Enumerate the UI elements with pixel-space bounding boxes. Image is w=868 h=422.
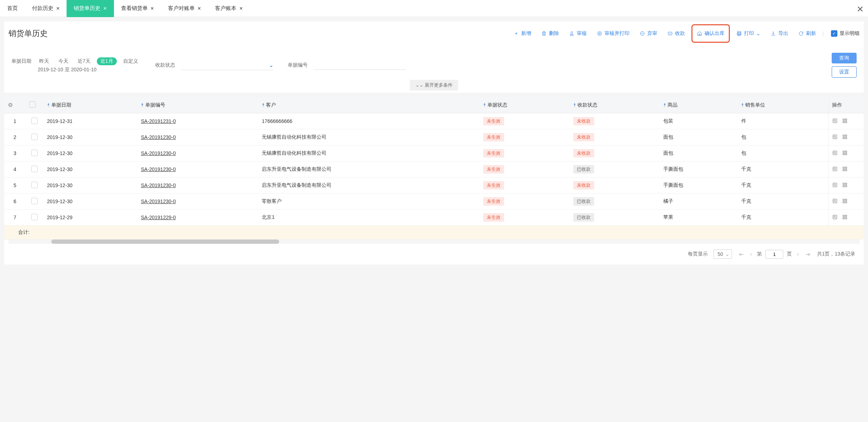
svg-rect-22 <box>843 151 844 152</box>
tab-首页[interactable]: 首页 <box>0 0 25 17</box>
close-icon[interactable]: × <box>103 5 106 12</box>
svg-rect-36 <box>843 185 844 187</box>
doc-no-input[interactable] <box>313 62 406 68</box>
more-icon[interactable] <box>842 118 848 125</box>
refresh-button[interactable]: 刷新 <box>795 28 820 39</box>
export-button[interactable]: 导出 <box>767 28 792 39</box>
row-index: 1 <box>4 113 26 129</box>
close-icon[interactable]: × <box>198 5 201 12</box>
tab-付款历史[interactable]: 付款历史× <box>25 0 67 17</box>
cell-product: 包装 <box>660 113 738 129</box>
svg-rect-24 <box>843 153 844 155</box>
doc-no-input-wrap[interactable] <box>313 61 406 70</box>
first-page-button[interactable]: ⇤ <box>738 251 745 258</box>
doc-no-link[interactable]: SA-20191230-0 <box>141 166 176 172</box>
view-icon[interactable] <box>832 118 838 125</box>
th-docno[interactable]: ▲▼单据编号 <box>141 102 255 108</box>
next-page-button[interactable]: › <box>795 251 800 257</box>
date-preset-今天[interactable]: 今天 <box>56 57 71 65</box>
view-icon[interactable] <box>832 198 838 205</box>
th-customer[interactable]: ▲▼客户 <box>262 102 476 108</box>
pay-status-select[interactable]: ⌄ <box>181 60 273 70</box>
close-all-icon[interactable]: ✕ <box>857 4 864 14</box>
row-checkbox[interactable] <box>31 166 38 172</box>
svg-rect-32 <box>833 183 837 187</box>
doc-no-link[interactable]: SA-20191230-0 <box>141 182 176 188</box>
print-button[interactable]: 打印⌄ <box>733 28 764 39</box>
row-checkbox[interactable] <box>31 150 38 156</box>
add-button[interactable]: ＋新增 <box>510 28 535 39</box>
more-icon[interactable] <box>842 182 848 189</box>
doc-no-link[interactable]: SA-20191230-0 <box>141 150 176 156</box>
tab-销货单历史[interactable]: 销货单历史× <box>67 0 114 17</box>
date-preset-自定义[interactable]: 自定义 <box>120 57 141 65</box>
row-checkbox[interactable] <box>31 214 38 220</box>
doc-no-link[interactable]: SA-20191230-0 <box>141 134 176 140</box>
cell-customer: 北京1 <box>258 210 480 226</box>
settings-button[interactable]: 设置 <box>832 66 857 78</box>
cell-customer: 无锡康哲自动化科技有限公司 <box>258 145 480 161</box>
confirm-outbound-button[interactable]: 确认出库 <box>691 24 730 43</box>
date-range: 2019-12-10 至 2020-01-10 <box>38 67 141 73</box>
more-icon[interactable] <box>842 198 848 205</box>
receipt-button[interactable]: 收款 <box>664 28 689 39</box>
per-page-select[interactable]: 50 ⌄ <box>713 249 732 259</box>
view-icon[interactable] <box>832 166 838 173</box>
export-icon <box>770 31 776 36</box>
delete-label: 删除 <box>549 30 559 37</box>
doc-no-link[interactable]: SA-20191231-0 <box>141 118 176 124</box>
doc-no-link[interactable]: SA-20191230-0 <box>141 199 176 204</box>
add-label: 新增 <box>521 30 531 37</box>
per-page-value: 50 <box>717 251 723 257</box>
th-doc-status[interactable]: ▲▼单据状态 <box>483 102 566 108</box>
row-checkbox[interactable] <box>31 118 38 124</box>
date-preset-近1月[interactable]: 近1月 <box>97 57 117 65</box>
row-checkbox[interactable] <box>31 198 38 204</box>
unaudit-button[interactable]: 弃审 <box>636 28 661 39</box>
scrollbar-thumb[interactable] <box>51 240 279 244</box>
doc-no-link[interactable]: SA-20191229-0 <box>141 215 176 220</box>
audit-button[interactable]: 审核 <box>565 28 590 39</box>
pagination-total: 共1页，13条记录 <box>817 251 855 257</box>
close-icon[interactable]: × <box>239 5 242 12</box>
cell-product: 面包 <box>660 129 738 145</box>
svg-rect-17 <box>845 135 847 136</box>
audit-print-button[interactable]: 审核并打印 <box>593 28 633 39</box>
close-icon[interactable]: × <box>56 5 59 12</box>
more-icon[interactable] <box>842 166 848 173</box>
row-checkbox[interactable] <box>31 182 38 188</box>
view-icon[interactable] <box>832 134 838 141</box>
table-row: 62019-12-30SA-20191230-0零散客户未生效已收款橘子千克 <box>4 194 864 210</box>
view-icon[interactable] <box>832 150 838 157</box>
delete-button[interactable]: 删除 <box>538 28 563 39</box>
horizontal-scrollbar[interactable] <box>9 240 859 244</box>
th-pay-status[interactable]: ▲▼收款状态 <box>573 102 656 108</box>
more-icon[interactable] <box>842 150 848 157</box>
close-icon[interactable]: × <box>151 5 154 12</box>
th-product[interactable]: ▲▼商品 <box>663 102 734 108</box>
more-icon[interactable] <box>842 214 848 221</box>
expand-more-button[interactable]: ⌄⌄ 展开更多条件 <box>410 80 458 91</box>
more-icon[interactable] <box>842 134 848 141</box>
query-button[interactable]: 查询 <box>832 53 857 63</box>
filter-panel: 单据日期 昨天今天近7天近1月自定义 2019-12-10 至 2020-01-… <box>4 48 864 93</box>
svg-rect-8 <box>833 119 837 123</box>
prev-page-button[interactable]: ‹ <box>749 251 753 257</box>
select-all-checkbox[interactable] <box>29 101 36 108</box>
filter-pay-status: 收款状态 ⌄ <box>155 60 273 70</box>
date-preset-昨天[interactable]: 昨天 <box>36 57 52 65</box>
date-preset-近7天[interactable]: 近7天 <box>75 57 93 65</box>
th-date[interactable]: ▲▼单据日期 <box>47 102 134 108</box>
gear-icon[interactable]: ⚙ <box>8 102 13 108</box>
pay-status-input[interactable] <box>181 62 269 68</box>
tab-客户对账单[interactable]: 客户对账单× <box>161 0 208 17</box>
tab-查看销货单[interactable]: 查看销货单× <box>114 0 161 17</box>
last-page-button[interactable]: ⇥ <box>804 251 811 258</box>
page-input[interactable] <box>765 250 783 259</box>
th-unit[interactable]: ▲▼销售单位 <box>741 102 825 108</box>
view-icon[interactable] <box>832 214 838 221</box>
view-icon[interactable] <box>832 182 838 189</box>
row-checkbox[interactable] <box>31 134 38 140</box>
show-detail-toggle[interactable]: ✓ 显示明细 <box>831 30 859 37</box>
tab-客户账本[interactable]: 客户账本× <box>208 0 250 17</box>
